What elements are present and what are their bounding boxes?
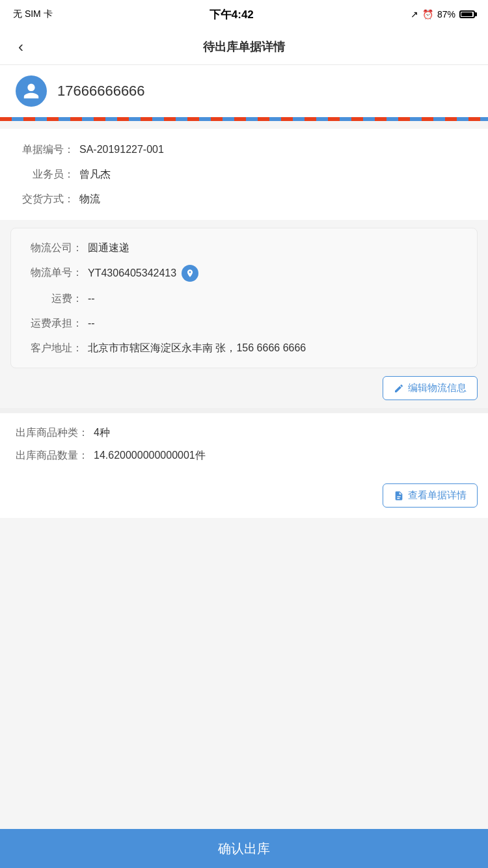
goods-types-label: 出库商品种类： [16, 426, 88, 440]
order-no-value: SA-20191227-001 [79, 142, 472, 157]
address-value: 北京市市辖区海淀区永丰南 张，156 6666 6666 [88, 340, 464, 356]
address-label: 客户地址： [24, 340, 83, 356]
customer-section: 17666666666 [0, 65, 488, 117]
status-bar: 无 SIM 卡 下午4:42 ↗ ⏰ 87% [0, 0, 488, 29]
order-info-section: 单据编号： SA-20191227-001 业务员： 曾凡杰 交货方式： 物流 [0, 129, 488, 220]
goods-quantity-label: 出库商品数量： [16, 449, 88, 463]
delivery-method-value: 物流 [79, 191, 472, 207]
view-details-button[interactable]: 查看单据详情 [383, 483, 478, 508]
location-pin-button[interactable] [182, 265, 198, 282]
goods-quantity-row: 出库商品数量： 14.620000000000001件 [16, 449, 472, 463]
battery-text: 87% [437, 9, 455, 20]
freight-bearer-value: -- [88, 316, 464, 331]
logistics-company-row: 物流公司： 圆通速递 [24, 240, 464, 256]
alarm-icon: ⏰ [422, 9, 433, 20]
avatar [16, 75, 47, 107]
page-title: 待出库单据详情 [203, 39, 285, 55]
freight-bearer-row: 运费承担： -- [24, 316, 464, 331]
spacer [0, 518, 488, 635]
back-button[interactable]: ‹ [13, 33, 29, 61]
view-details-label: 查看单据详情 [408, 489, 467, 502]
dashed-separator [0, 117, 488, 121]
salesman-label: 业务员： [16, 167, 74, 182]
confirm-btn-container: 确认出库 [0, 829, 488, 868]
freight-label: 运费： [24, 291, 83, 306]
logistics-section: 物流公司： 圆通速递 物流单号： YT4306405342413 运费： -- … [10, 228, 478, 368]
edit-icon [394, 383, 404, 394]
logistics-company-label: 物流公司： [24, 240, 83, 256]
logistics-company-value: 圆通速递 [88, 240, 464, 256]
battery-icon [459, 10, 475, 18]
edit-btn-container: 编辑物流信息 [0, 376, 488, 408]
confirm-outbound-button[interactable]: 确认出库 [0, 829, 488, 868]
nav-bar: ‹ 待出库单据详情 [0, 29, 488, 65]
document-icon [394, 491, 404, 501]
goods-types-value: 4种 [94, 426, 110, 440]
status-right: ↗ ⏰ 87% [411, 9, 475, 20]
view-btn-container: 查看单据详情 [0, 476, 488, 518]
section-divider [0, 408, 488, 413]
tracking-no-value: YT4306405342413 [88, 265, 464, 282]
freight-value: -- [88, 291, 464, 306]
salesman-value: 曾凡杰 [79, 167, 472, 182]
time-text: 下午4:42 [210, 7, 254, 22]
goods-quantity-value: 14.620000000000001件 [94, 449, 206, 463]
goods-section: 出库商品种类： 4种 出库商品数量： 14.620000000000001件 [0, 413, 488, 476]
customer-phone: 17666666666 [57, 83, 145, 100]
address-row: 客户地址： 北京市市辖区海淀区永丰南 张，156 6666 6666 [24, 340, 464, 356]
freight-bearer-label: 运费承担： [24, 316, 83, 331]
delivery-method-label: 交货方式： [16, 191, 74, 207]
location-icon [185, 269, 195, 278]
tracking-no-label: 物流单号： [24, 265, 83, 280]
location-icon: ↗ [411, 9, 418, 20]
user-icon [22, 82, 40, 100]
order-no-label: 单据编号： [16, 142, 74, 157]
salesman-row: 业务员： 曾凡杰 [16, 167, 472, 182]
order-no-row: 单据编号： SA-20191227-001 [16, 142, 472, 157]
tracking-no-row: 物流单号： YT4306405342413 [24, 265, 464, 282]
carrier-text: 无 SIM 卡 [13, 8, 53, 20]
edit-logistics-button[interactable]: 编辑物流信息 [383, 376, 478, 400]
edit-logistics-label: 编辑物流信息 [408, 382, 467, 394]
goods-types-row: 出库商品种类： 4种 [16, 426, 472, 440]
freight-row: 运费： -- [24, 291, 464, 306]
confirm-btn-label: 确认出库 [218, 840, 270, 858]
delivery-method-row: 交货方式： 物流 [16, 191, 472, 207]
tracking-no-text: YT4306405342413 [88, 265, 176, 281]
